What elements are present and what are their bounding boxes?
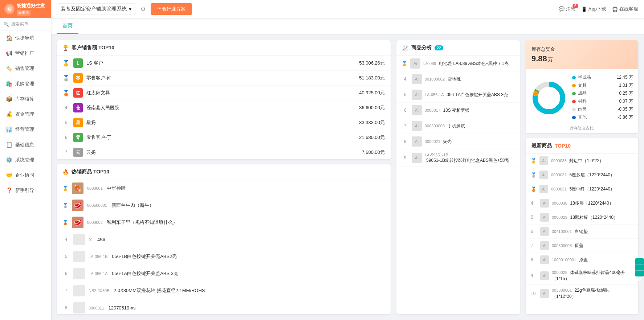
- sidebar-item-guide[interactable]: ❓ 新手引导: [0, 183, 51, 198]
- popular-items-header: 📈 商品分析 22: [396, 40, 520, 56]
- product-thumbnail: 🍖: [72, 182, 83, 194]
- svg-text:G: G: [8, 7, 11, 11]
- purchase-icon: 🛍️: [6, 81, 12, 87]
- new-product-row: 5 Ai 0000029 18颗粒板（1220*2440）: [526, 210, 638, 225]
- sidebar-item-marketing[interactable]: 📢 营销推广: [0, 46, 51, 61]
- system-selector[interactable]: 装备及固定资产辅助管理系统 ▾: [57, 3, 135, 15]
- item-thumbnail: Ai: [412, 105, 422, 115]
- legend-dot: [572, 108, 576, 111]
- new-product-thumb: Ai: [540, 199, 549, 208]
- medal-icon: 🥉: [62, 90, 70, 97]
- new-product-thumb: Ai: [540, 241, 549, 250]
- new-product-info: 0000030 18多层（1220*2440）: [552, 200, 633, 206]
- item-thumbnail: Ai: [412, 74, 422, 84]
- app-download-button[interactable]: 📱 App下载: [581, 6, 606, 12]
- trial-button[interactable]: 体验行业方案: [151, 3, 192, 15]
- sidebar-item-inventory[interactable]: 📦 库存核算: [0, 91, 51, 107]
- stock-header: 库存总资金 9.88 万: [526, 40, 638, 69]
- medal-icon: 🥈: [531, 172, 537, 178]
- new-product-info: 004100001 白钢垫: [552, 229, 633, 235]
- product-row: 6 LA-056-1A 056-1A白色按键开关盖ABS 3克: [57, 265, 391, 282]
- product-info: NB2.0X30B 2.0X30MM双搓花轴,搓花直径2.1MM/ROHS: [89, 287, 385, 294]
- new-product-thumb: Ai: [540, 255, 549, 264]
- message-icon: 💬: [559, 6, 564, 12]
- cs-hotline-button[interactable]: 客服热线: [635, 258, 644, 264]
- item-info: 001000002 雪地靴: [425, 76, 515, 82]
- chart-icon: 📈: [402, 45, 408, 51]
- new-product-row: 🥇 Ai 0000033 封边带（1.0*22）: [526, 154, 638, 168]
- logo-text: 畅捷通好生意 标准版: [17, 3, 45, 16]
- new-product-row: 🥉 Ai 0000031 5厘中纤（1220*2440）: [526, 182, 638, 196]
- item-info: LA-59651-1B 59651-1B旋转投影灯电池盒ABS黑色+58壳: [425, 152, 515, 164]
- new-product-thumb: Ai: [540, 213, 549, 222]
- new-products-card: 最新商品 TOP10 🥇 Ai 0000033 封边带（1.0*22） 🥈: [526, 138, 638, 314]
- customer-avatar: L: [73, 58, 83, 68]
- product-info: LA-056-1B 056-1B白色按键开关壳ABS2壳: [89, 253, 385, 260]
- item-thumbnail: Ai: [412, 121, 422, 131]
- new-product-info: 003800001 22g鱼豆腐-烧烤味（1*12*20）: [552, 287, 633, 300]
- new-product-row: 6 Ai 004100001 白钢垫: [526, 225, 638, 239]
- stock-ratio-label: 库存资金占比: [526, 126, 638, 133]
- message-button[interactable]: 💬 6 消息: [559, 6, 575, 12]
- rank-row: 🥇 L LS 客户 53,006.26元: [57, 56, 391, 71]
- legend-item: 肉类 -0.05 万: [572, 106, 633, 112]
- legend-item: 半成品 12.45 万: [572, 74, 633, 81]
- new-product-info: 0000031 5厘中纤（1220*2440）: [551, 186, 633, 192]
- product-info: LA-056-1A 056-1A白色按键开关盖ABS 3克: [89, 270, 385, 277]
- new-product-thumb: Ai: [539, 185, 548, 193]
- search-menu[interactable]: 🔍 搜索菜单: [0, 18, 51, 30]
- sidebar-item-purchase[interactable]: 🛍️ 采购管理: [0, 76, 51, 91]
- hot-products-list: 🥇 🍖 0000001 中华神蹄 🥈 🥩 000500001 新西兰牛肉（新牛）: [57, 180, 391, 314]
- sidebar-item-cooperation[interactable]: 🤝 企业协同: [0, 168, 51, 183]
- list-item: 8 Ai 0000021 夹壳: [396, 134, 520, 149]
- product-row: 8 0000011 12070519-xs: [57, 299, 391, 314]
- new-product-info: 000800008 原盖: [552, 243, 633, 249]
- new-product-row: 4 Ai 0000030 18多层（1220*2440）: [526, 196, 638, 210]
- medal-icon: 🥇: [62, 186, 68, 191]
- sidebar-item-home[interactable]: 🏠 快捷导航: [0, 30, 51, 46]
- sidebar-item-system[interactable]: ⚙️ 系统管理: [0, 152, 51, 168]
- customer-ranking-header: 🏆 客户销售额 TOP10: [57, 40, 391, 56]
- popular-items-list: 🥇 Ai LA-089 电池盖 LA-089 ABS本色+黑种 7.1克 4 A…: [396, 56, 520, 167]
- customer-avatar: 云: [73, 148, 83, 157]
- new-product-info: 0000033 封边带（1.0*22）: [551, 158, 633, 164]
- cs-community-button[interactable]: 服务社区: [635, 264, 644, 271]
- online-service-button[interactable]: 🎧 在线客服: [612, 6, 638, 12]
- cs-live-button[interactable]: 直播: [635, 271, 644, 276]
- legend-dot: [572, 92, 576, 95]
- new-product-row: 9 Ai 0000028 体碱嘉枝味苏打饮品400毫升（1*15）: [526, 267, 638, 285]
- sidebar-item-operations[interactable]: 📊 经营管理: [0, 122, 51, 137]
- stock-card: 库存总资金 9.88 万: [526, 40, 638, 133]
- new-product-thumb: Ai: [539, 171, 548, 179]
- main-wrapper: 装备及固定资产辅助管理系统 ▾ ⚙ 体验行业方案 💬 6 消息 📱 App下载 …: [51, 0, 644, 320]
- rank-row: 🥉 红 红太阳文具 40,925.00元: [57, 86, 391, 100]
- product-row: 🥉 🥩 0000002 智利车子里（规格不知道填什么）: [57, 214, 391, 231]
- product-row: 4 01 45#: [57, 231, 391, 248]
- donut-svg: [531, 80, 567, 116]
- guide-icon: ❓: [6, 187, 12, 194]
- sidebar-item-sales[interactable]: 🏷️ 销售管理: [0, 61, 51, 76]
- customer-service-float: 客服热线 服务社区 直播: [635, 258, 644, 276]
- legend-item: 文具 1.01 万: [572, 82, 633, 89]
- new-product-row: 7 Ai 000800008 原盖: [526, 239, 638, 253]
- home-icon: 🏠: [6, 35, 12, 41]
- customer-avatar: 红: [73, 88, 83, 98]
- new-product-row: 🥈 Ai 0000032 5厘多层（1220*2440）: [526, 168, 638, 182]
- item-info: 0000017 10S 变相罗猴: [425, 107, 515, 114]
- sidebar-item-basic-info[interactable]: 📋 基础信息: [0, 137, 51, 152]
- product-row: 🥈 🥩 000500001 新西兰牛肉（新牛）: [57, 197, 391, 214]
- new-products-header: 最新商品 TOP10: [526, 138, 638, 154]
- left-column: 🏆 客户销售额 TOP10 🥇 L LS 客户 53,006.26元 🥈 零: [57, 40, 391, 314]
- legend-dot: [572, 76, 576, 79]
- hot-products-card: 🔥 热销商品 TOP10 🥇 🍖 0000001 中华神蹄 🥈 �: [57, 164, 391, 314]
- donut-chart: [531, 80, 567, 117]
- product-thumbnail: 🥩: [72, 200, 83, 211]
- product-row: 7 NB2.0X30B 2.0X30MM双搓花轴,搓花直径2.1MM/ROHS: [57, 282, 391, 299]
- settings-icon[interactable]: ⚙: [139, 4, 147, 14]
- sidebar-item-finance[interactable]: 💰 资金管理: [0, 107, 51, 122]
- product-info: 0000002 智利车子里（规格不知道填什么）: [87, 219, 385, 226]
- new-product-thumb: Ai: [540, 289, 549, 298]
- tab-home[interactable]: 首页: [57, 18, 78, 34]
- item-thumbnail: Ai: [412, 90, 422, 100]
- new-product-info: 10000100001 原盖: [552, 257, 633, 263]
